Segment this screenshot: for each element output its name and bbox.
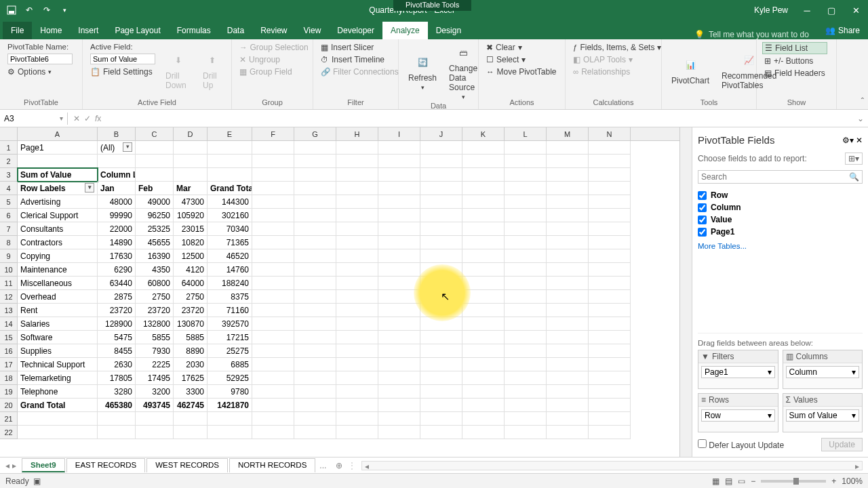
sheet-nav-next-icon[interactable]: ▸ xyxy=(12,461,16,470)
field-settings-button[interactable]: 📋Field Settings xyxy=(88,66,157,77)
row-header[interactable]: 21 xyxy=(0,412,18,426)
field-checkbox[interactable]: Column xyxy=(698,203,863,212)
zoom-out-icon[interactable]: − xyxy=(751,476,755,486)
row-header[interactable]: 6 xyxy=(0,209,18,222)
col-header[interactable]: N xyxy=(589,127,631,140)
fields-items-sets-button[interactable]: ƒ Fields, Items, & Sets ▾ xyxy=(571,42,663,53)
col-header[interactable]: E xyxy=(208,127,252,140)
row-header[interactable]: 11 xyxy=(0,277,18,290)
fx-icon[interactable]: fx xyxy=(95,114,101,123)
zoom-slider[interactable] xyxy=(761,480,826,483)
share-button[interactable]: 👥Share xyxy=(817,22,868,39)
field-checkbox[interactable]: Value xyxy=(698,215,863,224)
fieldpane-search[interactable]: 🔍 xyxy=(698,170,863,184)
field-checkbox[interactable]: Row xyxy=(698,190,863,200)
qat-more-icon[interactable]: ▾ xyxy=(58,4,71,16)
column-chip[interactable]: Column▾ xyxy=(786,366,860,378)
save-icon[interactable] xyxy=(5,4,18,16)
row-header[interactable]: 10 xyxy=(0,263,18,277)
zoom-in-icon[interactable]: + xyxy=(831,476,836,486)
row-header[interactable]: 3 xyxy=(0,168,18,182)
tab-page-layout[interactable]: Page Layout xyxy=(106,22,168,39)
col-header[interactable]: D xyxy=(174,127,208,140)
tab-developer[interactable]: Developer xyxy=(329,22,382,39)
maximize-button[interactable]: ▢ xyxy=(819,0,844,20)
tab-home[interactable]: Home xyxy=(32,22,70,39)
values-chip[interactable]: Sum of Value▾ xyxy=(786,409,860,422)
tab-design[interactable]: Design xyxy=(428,22,469,39)
tab-review[interactable]: Review xyxy=(252,22,295,39)
change-data-source-button[interactable]: 🗃Change Data Source▾ xyxy=(445,42,481,102)
row-header[interactable]: 20 xyxy=(0,399,18,412)
formula-bar[interactable] xyxy=(106,117,853,120)
row-header[interactable]: 12 xyxy=(0,290,18,304)
row-header[interactable]: 13 xyxy=(0,304,18,317)
row-labels-dropdown[interactable]: Row Labels▾ xyxy=(18,182,98,195)
sum-of-value-cell[interactable]: Sum of Value xyxy=(18,168,98,182)
col-header[interactable]: C xyxy=(136,127,174,140)
row-header[interactable]: 15 xyxy=(0,331,18,344)
horizontal-scrollbar[interactable]: ◂▸ xyxy=(361,461,863,470)
row-header[interactable]: 9 xyxy=(0,249,18,263)
close-button[interactable]: ✕ xyxy=(844,0,868,20)
view-break-icon[interactable]: ▭ xyxy=(738,476,745,486)
col-header[interactable]: I xyxy=(378,127,420,140)
options-button[interactable]: ⚙Options▾ xyxy=(5,66,75,77)
tab-formulas[interactable]: Formulas xyxy=(169,22,219,39)
field-list-button[interactable]: ☰ Field List xyxy=(762,42,827,54)
field-headers-button[interactable]: ▤ Field Headers xyxy=(762,68,827,79)
insert-slicer-button[interactable]: ▦ Insert Slicer xyxy=(319,42,401,53)
filter-chip[interactable]: Page1▾ xyxy=(701,366,775,378)
active-field-input[interactable] xyxy=(90,54,155,64)
tell-me-input[interactable]: 💡Tell me what you want to do xyxy=(686,30,817,39)
undo-icon[interactable]: ↶ xyxy=(23,4,35,16)
col-header[interactable]: M xyxy=(547,127,589,140)
values-drop-area[interactable]: ΣValues Sum of Value▾ xyxy=(783,393,863,432)
col-header[interactable]: H xyxy=(336,127,378,140)
row-header[interactable]: 7 xyxy=(0,222,18,236)
rows-drop-area[interactable]: ≡Rows Row▾ xyxy=(698,393,778,432)
row-header[interactable]: 16 xyxy=(0,344,18,358)
tab-insert[interactable]: Insert xyxy=(70,22,106,39)
expand-formula-icon[interactable]: ⌄ xyxy=(853,114,868,123)
field-checkbox[interactable]: Page1 xyxy=(698,227,863,237)
pt-name-input[interactable] xyxy=(7,54,73,64)
row-header[interactable]: 14 xyxy=(0,317,18,331)
zoom-level[interactable]: 100% xyxy=(842,476,863,486)
row-header[interactable]: 1 xyxy=(0,141,18,155)
pivotchart-button[interactable]: 📊PivotChart xyxy=(667,42,713,98)
col-header[interactable]: J xyxy=(420,127,462,140)
col-header[interactable]: L xyxy=(505,127,547,140)
sheet-tab[interactable]: WEST RECORDS xyxy=(146,458,228,472)
collapse-ribbon-icon[interactable]: ˆ xyxy=(861,96,864,106)
macro-record-icon[interactable]: ▣ xyxy=(33,476,41,486)
row-chip[interactable]: Row▾ xyxy=(701,409,775,422)
vertical-scrollbar[interactable] xyxy=(679,127,692,457)
columns-drop-area[interactable]: ▥Columns Column▾ xyxy=(783,350,863,389)
sheet-tab[interactable]: Sheet9 xyxy=(22,458,65,472)
row-header[interactable]: 19 xyxy=(0,385,18,399)
page-filter-dropdown[interactable]: (All)▾ xyxy=(98,141,136,155)
view-page-icon[interactable]: ▤ xyxy=(725,476,732,486)
new-sheet-icon[interactable]: ⊕ xyxy=(330,461,348,470)
filters-drop-area[interactable]: ▼Filters Page1▾ xyxy=(698,350,778,389)
row-header[interactable]: 2 xyxy=(0,155,18,168)
fieldpane-layout-icon[interactable]: ⊞▾ xyxy=(845,152,863,165)
sheet-tab[interactable]: EAST RECORDS xyxy=(66,458,146,472)
tab-view[interactable]: View xyxy=(296,22,330,39)
col-header[interactable]: A xyxy=(18,127,98,140)
row-header[interactable]: 18 xyxy=(0,371,18,385)
row-header[interactable]: 8 xyxy=(0,236,18,249)
row-header[interactable]: 22 xyxy=(0,426,18,439)
tab-analyze[interactable]: Analyze xyxy=(382,22,428,39)
redo-icon[interactable]: ↷ xyxy=(41,4,53,16)
row-header[interactable]: 4 xyxy=(0,182,18,195)
sheet-nav-prev-icon[interactable]: ◂ xyxy=(5,461,9,470)
fieldpane-close-icon[interactable]: ✕ xyxy=(856,136,863,145)
col-header[interactable]: G xyxy=(294,127,336,140)
page-field[interactable]: Page1 xyxy=(18,141,98,155)
row-header[interactable]: 17 xyxy=(0,358,18,371)
defer-update-checkbox[interactable]: Defer Layout Update xyxy=(698,439,784,450)
minimize-button[interactable]: ─ xyxy=(795,0,819,20)
row-header[interactable]: 5 xyxy=(0,195,18,209)
